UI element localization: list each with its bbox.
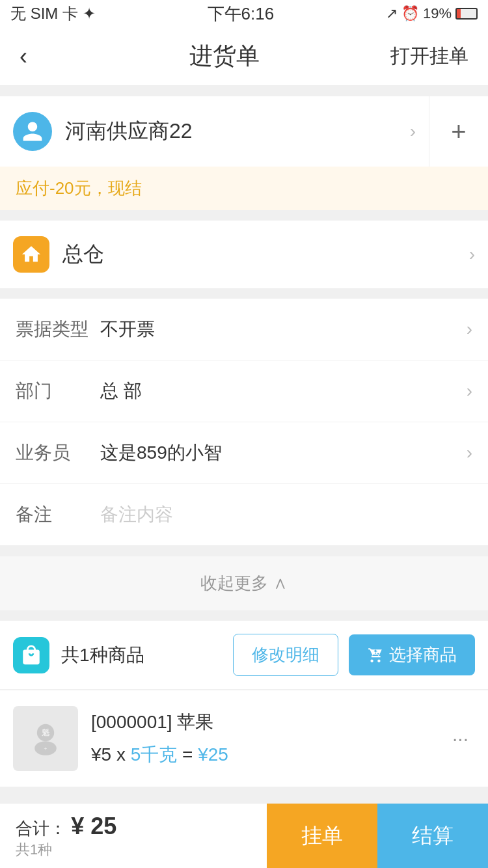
product-thumbnail: 魁 + xyxy=(13,706,78,771)
product-info: [0000001] 苹果 ¥5 x 5千克 = ¥25 xyxy=(91,710,446,767)
products-icon xyxy=(13,637,49,673)
open-pending-button[interactable]: 打开挂单 xyxy=(390,43,468,70)
product-item: 魁 + [0000001] 苹果 ¥5 x 5千克 = ¥25 ··· xyxy=(0,690,488,787)
add-supplier-button[interactable]: + xyxy=(429,96,488,167)
chevron-right-icon: › xyxy=(469,244,475,265)
salesperson-row[interactable]: 业务员 这是859的小智 › xyxy=(0,422,488,484)
supplier-section: 河南供应商22 › + xyxy=(0,96,488,167)
remark-input[interactable]: 备注内容 xyxy=(100,502,472,527)
remark-row[interactable]: 备注 备注内容 xyxy=(0,484,488,545)
chevron-right-icon: › xyxy=(467,442,472,463)
spacer-top xyxy=(0,86,488,96)
product-title: 苹果 xyxy=(177,712,213,732)
chevron-right-icon: › xyxy=(410,121,416,142)
unit-price: ¥5 xyxy=(91,744,111,765)
hang-order-button[interactable]: 挂单 xyxy=(267,804,377,868)
status-right: ↗ ⏰ 19% xyxy=(386,5,478,22)
product-more-button[interactable]: ··· xyxy=(446,721,475,756)
sim-status: 无 SIM 卡 ✦ xyxy=(10,3,96,24)
warehouse-icon xyxy=(13,236,49,273)
page-title: 进货单 xyxy=(189,40,260,72)
remark-label: 备注 xyxy=(16,502,100,527)
battery-level: 19% xyxy=(423,5,452,22)
department-label: 部门 xyxy=(16,379,100,403)
bottom-bar: 合计： ¥ 25 共1种 挂单 结算 xyxy=(0,803,488,868)
salesperson-value: 这是859的小智 xyxy=(100,441,460,465)
department-value: 总 部 xyxy=(100,379,460,403)
product-price-detail: ¥5 x 5千克 = ¥25 xyxy=(91,742,446,767)
status-bar: 无 SIM 卡 ✦ 下午6:16 ↗ ⏰ 19% xyxy=(0,0,488,27)
select-product-label: 选择商品 xyxy=(389,644,457,666)
checkout-button[interactable]: 结算 xyxy=(377,804,488,868)
product-name: [0000001] 苹果 xyxy=(91,710,446,735)
shopping-bag-icon xyxy=(20,644,42,666)
status-left: 无 SIM 卡 ✦ xyxy=(10,3,96,24)
edit-detail-button[interactable]: 修改明细 xyxy=(233,634,338,676)
order-total: 合计： ¥ 25 xyxy=(16,813,251,840)
products-header: 共1种商品 修改明细 选择商品 xyxy=(0,621,488,689)
battery-icon xyxy=(455,8,478,20)
warehouse-selector[interactable]: 总仓 › xyxy=(0,221,488,288)
status-time: 下午6:16 xyxy=(208,3,275,25)
notice-bar: 应付-20元，现结 xyxy=(0,167,488,210)
cart-add-icon xyxy=(367,647,384,664)
ticket-type-value: 不开票 xyxy=(100,317,460,342)
ticket-type-row[interactable]: 票据类型 不开票 › xyxy=(0,299,488,360)
product-code: [0000001] xyxy=(91,712,172,732)
form-section: 票据类型 不开票 › 部门 总 部 › 业务员 这是859的小智 › 备注 备注… xyxy=(0,299,488,545)
svg-text:魁: 魁 xyxy=(41,728,50,737)
select-product-button[interactable]: 选择商品 xyxy=(349,634,475,675)
supplier-avatar xyxy=(13,112,52,151)
product-qty: 5千克 xyxy=(131,744,178,765)
department-row[interactable]: 部门 总 部 › xyxy=(0,360,488,422)
total-amount: ¥ 25 xyxy=(71,813,116,839)
salesperson-label: 业务员 xyxy=(16,441,100,465)
person-icon xyxy=(21,120,44,143)
back-button[interactable]: ‹ xyxy=(20,43,59,70)
nav-bar: ‹ 进货单 打开挂单 xyxy=(0,27,488,86)
products-count: 共1种商品 xyxy=(61,643,233,668)
product-default-icon: 魁 + xyxy=(26,719,65,758)
location-icon: ↗ xyxy=(386,5,398,22)
supplier-name: 河南供应商22 xyxy=(65,117,403,146)
alarm-icon: ⏰ xyxy=(401,5,419,22)
order-summary: 合计： ¥ 25 共1种 xyxy=(0,804,267,868)
supplier-selector[interactable]: 河南供应商22 › xyxy=(0,96,429,167)
product-total: ¥25 xyxy=(198,744,228,765)
warehouse-name: 总仓 xyxy=(62,240,463,269)
svg-text:+: + xyxy=(44,746,47,752)
collapse-button[interactable]: 收起更多 ∧ xyxy=(0,556,488,610)
chevron-right-icon: › xyxy=(467,319,472,340)
home-icon xyxy=(20,243,42,265)
order-count: 共1种 xyxy=(16,840,251,860)
chevron-right-icon: › xyxy=(467,381,472,401)
total-label: 合计： xyxy=(16,819,66,838)
ticket-type-label: 票据类型 xyxy=(16,317,100,342)
